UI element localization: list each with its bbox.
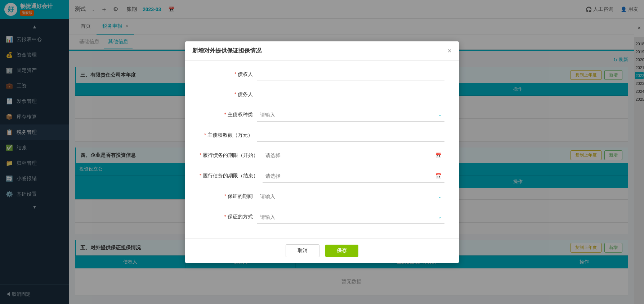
- label-zhaiwuren: * 债务人: [200, 91, 257, 98]
- calendar-end-icon[interactable]: 📅: [433, 173, 444, 179]
- form-row-date-start: * 履行债务的期限（开始） 📅: [200, 149, 444, 162]
- modal-title: 新增对外提供保证担保情况: [192, 47, 261, 55]
- select-period-wrapper: ⌄: [257, 190, 444, 203]
- form-row-shue: * 主债权数额（万元）: [200, 129, 444, 142]
- form-row-period: * 保证的期间 ⌄: [200, 190, 444, 203]
- label-date-end: * 履行债务的期限（结束）: [200, 173, 263, 179]
- form-row-zhaiquanren: * 债权人: [200, 68, 444, 81]
- modal-close-button[interactable]: ×: [447, 47, 452, 54]
- required-star-3: *: [224, 112, 226, 117]
- form-row-method: * 保证的方式 ⌄: [200, 210, 444, 224]
- label-period: * 保证的期间: [200, 193, 257, 200]
- input-zhaiquanren[interactable]: [257, 68, 444, 81]
- select-method-wrapper: ⌄: [257, 210, 444, 224]
- required-star-8: *: [224, 214, 226, 219]
- select-zhonglei-wrapper: ⌄: [257, 108, 444, 122]
- select-method-arrow[interactable]: ⌄: [435, 214, 444, 219]
- modal-footer: 取消 保存: [185, 238, 459, 263]
- label-zhaiquanren: * 债权人: [200, 71, 257, 78]
- required-star-7: *: [224, 193, 226, 199]
- save-button[interactable]: 保存: [325, 245, 358, 257]
- required-star: *: [234, 71, 236, 77]
- select-zhonglei-arrow[interactable]: ⌄: [435, 112, 444, 117]
- input-zhaiwuren[interactable]: [257, 88, 444, 101]
- calendar-start-icon[interactable]: 📅: [433, 153, 444, 158]
- modal-overlay: 新增对外提供保证担保情况 × * 债权人 * 债务人: [0, 0, 644, 304]
- date-start-input[interactable]: [263, 149, 433, 162]
- select-method-input[interactable]: [257, 210, 435, 223]
- label-zhonglei: * 主债权种类: [200, 112, 257, 118]
- required-star-2: *: [234, 91, 236, 97]
- cancel-button[interactable]: 取消: [286, 244, 319, 257]
- modal-dialog: 新增对外提供保证担保情况 × * 债权人 * 债务人: [185, 41, 459, 263]
- select-period-input[interactable]: [257, 190, 435, 203]
- form-row-zhonglei: * 主债权种类 ⌄: [200, 108, 444, 122]
- form-row-zhaiwuren: * 债务人: [200, 88, 444, 101]
- required-star-4: *: [204, 132, 206, 138]
- modal-header: 新增对外提供保证担保情况 ×: [185, 41, 459, 61]
- label-date-start: * 履行债务的期限（开始）: [200, 152, 263, 159]
- label-method: * 保证的方式: [200, 214, 257, 220]
- date-end-wrapper: 📅: [263, 169, 444, 183]
- required-star-6: *: [200, 173, 201, 178]
- select-period-arrow[interactable]: ⌄: [435, 194, 444, 199]
- required-star-5: *: [200, 152, 201, 158]
- label-shue: * 主债权数额（万元）: [200, 132, 257, 139]
- select-zhonglei-input[interactable]: [257, 108, 435, 121]
- date-start-wrapper: 📅: [263, 149, 444, 162]
- input-shue[interactable]: [257, 129, 444, 142]
- form-row-date-end: * 履行债务的期限（结束） 📅: [200, 169, 444, 183]
- date-end-input[interactable]: [263, 169, 433, 182]
- modal-body: * 债权人 * 债务人 * 主债权种类: [185, 61, 459, 238]
